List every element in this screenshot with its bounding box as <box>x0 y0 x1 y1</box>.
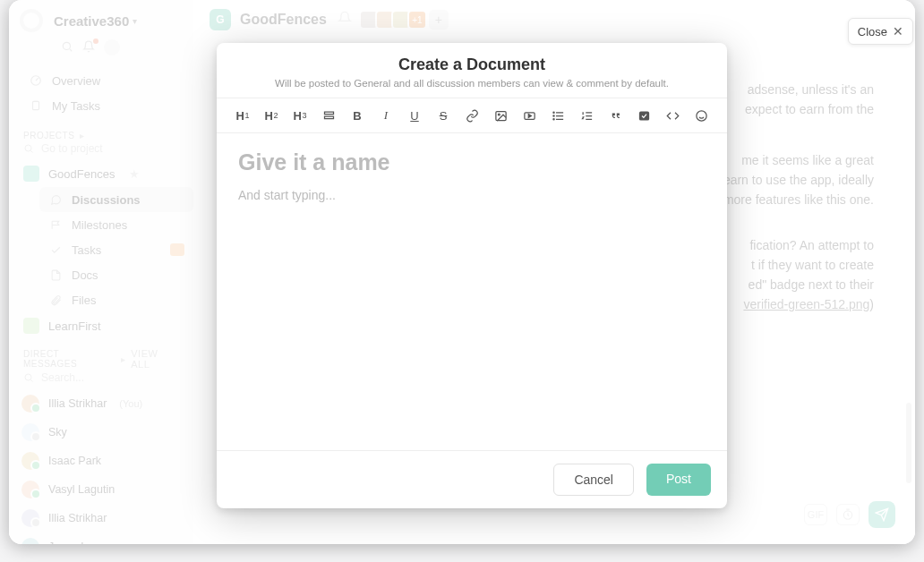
chat-icon <box>48 192 63 207</box>
h2-button[interactable]: H2 <box>261 106 281 125</box>
bell-outline-icon[interactable] <box>338 11 352 29</box>
dm-name: Sky <box>48 426 67 439</box>
gauge-icon <box>29 73 43 88</box>
svg-point-22 <box>552 118 553 119</box>
dm-name: Vasyl Lagutin <box>48 483 115 496</box>
avatar <box>21 395 39 413</box>
task-count-badge <box>170 243 184 256</box>
cancel-button[interactable]: Cancel <box>553 464 634 496</box>
svg-point-4 <box>25 145 31 151</box>
dm-heading: Direct Messages▸ View all <box>9 339 193 371</box>
sub-label: Files <box>72 294 96 307</box>
sub-label: Milestones <box>72 218 127 232</box>
paperclip-icon <box>48 293 63 307</box>
project-label: LearnFirst <box>48 319 101 333</box>
close-label: Close <box>858 25 887 38</box>
underline-button[interactable]: U <box>405 106 424 125</box>
project-avatar <box>23 318 39 334</box>
dm-person[interactable]: Illia Strikhar (You) <box>9 389 193 418</box>
svg-rect-12 <box>324 116 333 119</box>
add-project-icon[interactable]: ▸ <box>80 131 85 140</box>
sub-label: Tasks <box>72 243 101 257</box>
dm-search[interactable]: Search... <box>9 371 193 389</box>
dm-person[interactable]: Jesus Lugo <box>9 532 193 544</box>
add-member-icon[interactable]: + <box>429 10 449 30</box>
h3-button[interactable]: H3 <box>290 106 310 125</box>
sub-tasks[interactable]: Tasks <box>39 237 193 262</box>
italic-button[interactable]: I <box>376 106 396 125</box>
project-goodfences[interactable]: GoodFences ★ <box>9 160 193 187</box>
avatar <box>21 509 39 527</box>
video-button[interactable] <box>519 106 539 125</box>
svg-point-21 <box>552 115 553 115</box>
view-all-link[interactable]: View all <box>131 348 179 370</box>
workspace-name[interactable]: Creative360 <box>54 13 129 29</box>
header-project[interactable]: G GoodFences <box>210 9 327 30</box>
avatar <box>21 481 39 498</box>
star-icon[interactable]: ★ <box>129 167 140 181</box>
gif-button[interactable]: GIF <box>804 504 827 525</box>
placeholder-text: Search... <box>41 371 84 384</box>
image-button[interactable] <box>491 106 510 125</box>
modal-subtitle: Will be posted to General and all discus… <box>231 78 713 89</box>
sub-label: Discussions <box>72 193 141 207</box>
milestone-icon <box>48 217 63 232</box>
doc-body-input[interactable]: And start typing... <box>238 188 706 202</box>
ordered-list-button[interactable] <box>577 106 596 125</box>
bullet-list-button[interactable] <box>548 106 568 125</box>
sub-files[interactable]: Files <box>39 287 193 312</box>
doc-title-input[interactable]: Give it a name <box>238 149 706 175</box>
svg-rect-3 <box>33 101 39 109</box>
avatar <box>21 452 39 470</box>
bell-icon[interactable] <box>82 40 95 55</box>
avatar <box>21 538 39 544</box>
h1-button[interactable]: H1 <box>233 106 252 125</box>
timer-icon[interactable] <box>836 504 860 525</box>
code-button[interactable] <box>663 106 682 125</box>
scrollbar-thumb[interactable] <box>906 403 911 483</box>
dm-person[interactable]: Illia Strikhar <box>9 504 193 532</box>
svg-line-5 <box>30 150 32 152</box>
project-search[interactable]: Go to project <box>9 142 193 160</box>
editor-toolbar: H1 H2 H3 B I U S <box>217 98 727 133</box>
you-label: (You) <box>119 398 142 409</box>
dm-name: Illia Strikhar <box>48 397 107 410</box>
checklist-button[interactable] <box>634 106 654 125</box>
close-button[interactable]: Close ✕ <box>848 18 913 45</box>
svg-rect-11 <box>324 112 333 115</box>
bold-button[interactable]: B <box>347 106 367 125</box>
paragraph-button[interactable] <box>319 106 338 125</box>
check-icon <box>48 243 63 257</box>
nav-label: My Tasks <box>52 99 100 113</box>
send-button[interactable] <box>868 501 895 528</box>
strike-button[interactable]: S <box>433 106 453 125</box>
dm-person[interactable]: Vasyl Lagutin <box>9 475 193 504</box>
dm-person[interactable]: Isaac Park <box>9 447 193 475</box>
chevron-down-icon[interactable]: ▾ <box>133 16 137 26</box>
nav-overview[interactable]: Overview <box>20 68 183 93</box>
nav-label: Overview <box>52 74 100 88</box>
sub-label: Docs <box>72 268 98 282</box>
dm-person[interactable]: Sky <box>9 418 193 447</box>
header-title: GoodFences <box>240 12 327 28</box>
project-square-icon: G <box>210 9 231 30</box>
post-button[interactable]: Post <box>646 464 711 496</box>
link[interactable]: verified-green-512.png <box>743 297 869 311</box>
sub-docs[interactable]: Docs <box>39 262 193 287</box>
sub-discussions[interactable]: Discussions <box>39 187 193 212</box>
brand-logo[interactable] <box>20 9 43 32</box>
sub-milestones[interactable]: Milestones <box>39 212 193 237</box>
svg-line-7 <box>30 379 32 381</box>
nav-my-tasks[interactable]: My Tasks <box>20 93 183 118</box>
quote-button[interactable] <box>605 106 625 125</box>
dm-name: Illia Strikhar <box>48 512 107 524</box>
link-button[interactable] <box>462 106 482 125</box>
project-learnfirst[interactable]: LearnFirst <box>9 312 193 339</box>
dm-name: Jesus Lugo <box>48 541 106 544</box>
search-icon[interactable] <box>61 40 73 55</box>
avatar <box>21 423 39 441</box>
member-avatars[interactable]: +1 + <box>363 10 449 30</box>
create-document-modal: Create a Document Will be posted to Gene… <box>217 43 727 508</box>
emoji-button[interactable] <box>691 106 711 125</box>
avatar-mini[interactable] <box>104 39 120 55</box>
